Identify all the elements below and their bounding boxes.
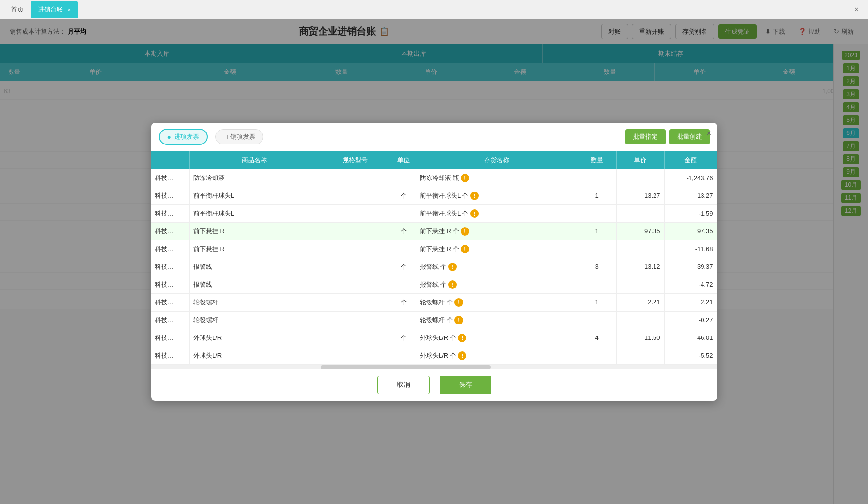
table-row[interactable]: 科技… 轮毂螺杆 个 轮毂螺杆 个 ! 1 2.21 2.21 <box>151 293 717 311</box>
col-amount: 金额 <box>664 151 717 169</box>
cell-spec <box>319 204 392 222</box>
close-icon: × <box>854 5 858 14</box>
cell-stock-name: 报警线 个 ! <box>416 276 578 293</box>
warning-icon: ! <box>461 245 469 253</box>
table-row[interactable]: 科技… 报警线 个 报警线 个 ! 3 13.12 39.37 <box>151 258 717 276</box>
cell-amount: -1.59 <box>664 204 717 222</box>
cell-product: 防冻冷却液 <box>190 169 319 187</box>
purchase-tab-icon: ● <box>167 133 171 141</box>
modal-header: ● 进项发票 □ 销项发票 批量指定 批量创建 × <box>151 123 717 151</box>
cell-company: 科技… <box>151 222 190 240</box>
cell-unit: 个 <box>392 293 416 311</box>
cell-unit <box>392 204 416 222</box>
cell-product: 外球头L/R <box>190 329 319 347</box>
table-row[interactable]: 科技… 报警线 报警线 个 ! -4.72 <box>151 276 717 293</box>
cell-stock-name: 前下悬挂 R 个 ! <box>416 240 578 258</box>
cell-unit-price: 11.50 <box>616 329 664 347</box>
cell-amount: -0.27 <box>664 311 717 329</box>
col-unit: 单位 <box>392 151 416 169</box>
cell-product: 轮毂螺杆 <box>190 293 319 311</box>
cell-stock-name: 外球头L/R 个 ! <box>416 347 578 364</box>
cell-product: 前下悬挂 R <box>190 222 319 240</box>
cell-unit-price: 13.27 <box>616 187 664 204</box>
table-row[interactable]: 科技… 外球头L/R 个 外球头L/R 个 ! 4 11.50 46.01 <box>151 329 717 347</box>
modal-overlay: ● 进项发票 □ 销项发票 批量指定 批量创建 × <box>0 19 868 504</box>
cell-unit-price <box>616 311 664 329</box>
cell-quantity <box>578 204 616 222</box>
tab-purchase-invoice[interactable]: ● 进项发票 <box>159 129 208 145</box>
save-button[interactable]: 保存 <box>440 376 491 394</box>
table-row[interactable]: 科技… 前平衡杆球头L 前平衡杆球头L 个 ! -1.59 <box>151 204 717 222</box>
cell-unit <box>392 276 416 293</box>
cell-quantity: 1 <box>578 293 616 311</box>
cell-unit: 个 <box>392 222 416 240</box>
tab-bar: 首页 进销台账 × × <box>0 0 868 19</box>
cell-spec <box>319 311 392 329</box>
cell-spec <box>319 347 392 364</box>
warning-icon: ! <box>461 174 469 182</box>
modal-header-buttons: 批量指定 批量创建 <box>625 129 710 144</box>
cell-stock-name: 轮毂螺杆 个 ! <box>416 311 578 329</box>
tab-ledger-label: 进销台账 <box>38 6 63 13</box>
modal-dialog: ● 进项发票 □ 销项发票 批量指定 批量创建 × <box>151 123 717 401</box>
col-unit-price: 单价 <box>616 151 664 169</box>
warning-icon: ! <box>470 192 479 200</box>
cell-quantity <box>578 169 616 187</box>
purchase-tab-label: 进项发票 <box>174 132 199 141</box>
cell-spec <box>319 169 392 187</box>
cell-amount: 2.21 <box>664 293 717 311</box>
table-row[interactable]: 科技… 前平衡杆球头L 个 前平衡杆球头L 个 ! 1 13.27 13.27 <box>151 187 717 204</box>
batch-create-button[interactable]: 批量创建 <box>669 129 710 144</box>
cell-unit-price <box>616 276 664 293</box>
warning-icon: ! <box>448 280 457 289</box>
cell-stock-name: 外球头L/R 个 ! <box>416 329 578 347</box>
batch-assign-button[interactable]: 批量指定 <box>625 129 666 144</box>
cell-quantity: 3 <box>578 258 616 276</box>
cell-spec <box>319 276 392 293</box>
cell-company: 科技… <box>151 293 190 311</box>
modal-footer: 取消 保存 <box>151 369 717 401</box>
cell-product: 外球头L/R <box>190 347 319 364</box>
cell-spec <box>319 222 392 240</box>
cell-product: 前平衡杆球头L <box>190 187 319 204</box>
table-row[interactable]: 科技… 前下悬挂 R 个 前下悬挂 R 个 ! 1 97.35 97.35 <box>151 222 717 240</box>
table-row[interactable]: 科技… 轮毂螺杆 轮毂螺杆 个 ! -0.27 <box>151 311 717 329</box>
app-background: 销售成本计算方法： 月平均 商贸企业进销台账 📋 对账 重新开账 存货别名 生成… <box>0 19 868 504</box>
cell-spec <box>319 258 392 276</box>
scroll-thumb[interactable] <box>321 365 491 369</box>
cell-unit: 个 <box>392 329 416 347</box>
cell-quantity: 1 <box>578 222 616 240</box>
table-row[interactable]: 科技… 外球头L/R 外球头L/R 个 ! -5.52 <box>151 347 717 364</box>
warning-icon: ! <box>458 334 466 342</box>
sales-tab-label: 销项发票 <box>230 132 255 141</box>
cell-product: 前平衡杆球头L <box>190 204 319 222</box>
tab-ledger-close[interactable]: × <box>68 7 71 12</box>
cell-unit: 个 <box>392 187 416 204</box>
sales-tab-icon: □ <box>224 133 227 141</box>
cell-stock-name: 报警线 个 ! <box>416 258 578 276</box>
table-row[interactable]: 科技… 防冻冷却液 防冻冷却液 瓶 ! -1,243.76 <box>151 169 717 187</box>
cell-quantity: 4 <box>578 329 616 347</box>
col-stock-name: 存货名称 <box>416 151 578 169</box>
cell-unit-price <box>616 204 664 222</box>
cell-unit <box>392 311 416 329</box>
table-row[interactable]: 科技… 前下悬挂 R 前下悬挂 R 个 ! -11.68 <box>151 240 717 258</box>
cell-company: 科技… <box>151 329 190 347</box>
cell-unit-price <box>616 240 664 258</box>
tab-ledger[interactable]: 进销台账 × <box>31 1 78 18</box>
modal-close-button[interactable]: × <box>706 129 712 139</box>
tab-sales-invoice[interactable]: □ 销项发票 <box>215 129 263 144</box>
cancel-button[interactable]: 取消 <box>377 376 430 394</box>
warning-icon: ! <box>458 351 466 360</box>
cell-quantity <box>578 311 616 329</box>
col-company <box>151 151 190 169</box>
window-close-btn[interactable]: × <box>849 2 864 17</box>
tab-home[interactable]: 首页 <box>4 1 31 18</box>
cell-company: 科技… <box>151 204 190 222</box>
cell-product: 报警线 <box>190 258 319 276</box>
cell-amount: -5.52 <box>664 347 717 364</box>
horizontal-scrollbar[interactable] <box>151 365 717 369</box>
cell-spec <box>319 187 392 204</box>
cell-amount: -4.72 <box>664 276 717 293</box>
warning-icon: ! <box>454 298 463 307</box>
